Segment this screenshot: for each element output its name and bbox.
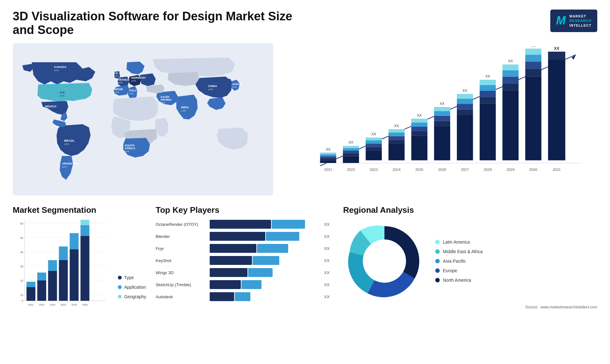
application-dot xyxy=(118,285,122,289)
player-name-octane: OctaneRender (OTOY) xyxy=(156,222,207,227)
player-name-keyshot: KeyShot xyxy=(156,258,207,263)
legend-middle-east: Middle East & Africa xyxy=(435,249,483,254)
top-section: CANADA xx% U.S. xx% MEXICO xx% BRAZIL xx… xyxy=(13,43,597,196)
legend-latin-america: Latin America xyxy=(435,239,483,245)
donut-hole xyxy=(363,239,406,283)
logo-letter: M xyxy=(556,14,566,27)
player-bar-autodesk xyxy=(210,292,321,301)
svg-rect-104 xyxy=(70,233,78,249)
svg-text:XX: XX xyxy=(440,102,445,105)
geography-dot xyxy=(118,295,122,299)
france-value: xx% xyxy=(118,81,122,84)
players-list: OctaneRender (OTOY) XX Blender XX xyxy=(156,220,334,301)
seg-group-2024: 2024 xyxy=(59,246,68,306)
svg-rect-107 xyxy=(80,225,89,236)
seg-bars-area: 60 50 40 30 20 10 0 xyxy=(13,220,112,309)
bar-2028: XX 2028 xyxy=(480,74,496,172)
svg-rect-24 xyxy=(389,144,405,160)
segmentation-legend: Type Application Geography xyxy=(118,275,146,309)
canada-label: CANADA xyxy=(54,65,66,69)
legend-item-geography: Geography xyxy=(118,294,146,299)
segmentation-section: Market Segmentation 60 50 40 30 20 10 0 xyxy=(13,205,146,326)
svg-text:XX: XX xyxy=(326,147,331,151)
saudi-value: xx% xyxy=(160,101,165,104)
dot-latin-america xyxy=(435,240,440,244)
svg-text:XX: XX xyxy=(531,46,536,48)
svg-text:50: 50 xyxy=(20,236,23,239)
south-africa-value: xx% xyxy=(125,150,129,153)
svg-rect-106 xyxy=(80,236,89,301)
bar-2031: XX 2031 xyxy=(548,46,565,172)
svg-rect-46 xyxy=(457,110,473,115)
svg-rect-34 xyxy=(411,123,428,127)
svg-rect-69 xyxy=(525,55,541,62)
player-name-foyr: Foyr xyxy=(156,246,207,251)
type-dot xyxy=(118,276,122,280)
player-xx-blender: XX xyxy=(324,234,334,239)
player-row-foyr: Foyr XX xyxy=(156,244,334,253)
svg-rect-54 xyxy=(480,91,496,97)
japan-label: JAPAN xyxy=(232,83,241,86)
bar-seg-dark xyxy=(210,256,252,265)
argentina-label: ARGENTINA xyxy=(62,162,79,165)
bar-seg-dark xyxy=(210,220,271,229)
svg-text:2023: 2023 xyxy=(50,303,55,306)
bar-2023: XX 2023 xyxy=(366,132,382,172)
svg-rect-49 xyxy=(457,94,473,99)
svg-rect-4 xyxy=(320,158,336,160)
svg-rect-26 xyxy=(389,136,405,140)
svg-rect-95 xyxy=(37,273,46,280)
uk-label: U.K. xyxy=(113,71,119,75)
seg-group-2023: 2023 xyxy=(48,260,57,306)
china-value: xx% xyxy=(208,88,213,91)
us-label: U.S. xyxy=(60,91,65,94)
bar-seg-light xyxy=(248,268,273,277)
svg-text:10: 10 xyxy=(20,293,23,297)
argentina-value: xx% xyxy=(62,165,67,168)
bar-2027: XX 2027 xyxy=(457,89,473,172)
svg-rect-68 xyxy=(525,62,541,69)
svg-rect-92 xyxy=(26,282,35,287)
label-middle-east: Middle East & Africa xyxy=(443,249,483,254)
svg-text:40: 40 xyxy=(20,251,23,254)
source-text: Source : www.marketresearchintellect.com xyxy=(525,305,597,309)
players-section: Top Key Players OctaneRender (OTOY) XX B… xyxy=(156,205,334,326)
brazil-label: BRAZIL xyxy=(64,139,75,142)
svg-rect-17 xyxy=(366,151,382,160)
legend-europe: Europe xyxy=(435,268,483,273)
bar-2021: XX 2021 xyxy=(320,147,336,172)
svg-rect-59 xyxy=(503,90,519,160)
legend-north-america: North America xyxy=(435,278,483,283)
seg-group-2021: 2021 xyxy=(26,282,35,306)
legend-item-type: Type xyxy=(118,275,146,280)
svg-rect-38 xyxy=(434,126,450,160)
svg-text:2030: 2030 xyxy=(529,168,537,172)
bar-seg-light xyxy=(235,292,250,301)
dot-asia-pacific xyxy=(435,259,440,263)
svg-rect-98 xyxy=(48,260,57,271)
svg-rect-63 xyxy=(503,64,519,70)
svg-rect-18 xyxy=(366,147,382,151)
us-value: xx% xyxy=(60,94,64,97)
svg-rect-103 xyxy=(70,249,78,301)
legend-asia-pacific: Asia Pacific xyxy=(435,259,483,264)
player-row-sketchup: SketchUp (Trimble) XX xyxy=(156,280,334,289)
label-europe: Europe xyxy=(443,268,457,273)
application-label: Application xyxy=(124,285,146,290)
svg-text:20: 20 xyxy=(20,279,23,282)
svg-rect-10 xyxy=(343,156,359,163)
regional-section: Regional Analysis xyxy=(343,205,597,326)
svg-text:XX: XX xyxy=(554,46,559,51)
svg-text:2027: 2027 xyxy=(461,168,469,172)
svg-rect-108 xyxy=(80,220,89,225)
svg-rect-11 xyxy=(343,153,359,156)
svg-rect-42 xyxy=(434,107,450,111)
player-xx-foyr: XX xyxy=(324,246,334,251)
svg-text:2026: 2026 xyxy=(438,168,446,172)
india-value: xx% xyxy=(181,109,186,112)
bar-2025: XX 2025 xyxy=(411,113,428,172)
player-xx-keyshot: XX xyxy=(324,258,334,263)
italy-value: xx% xyxy=(129,92,134,95)
svg-text:2029: 2029 xyxy=(506,168,514,172)
mexico-value: xx% xyxy=(45,108,50,111)
